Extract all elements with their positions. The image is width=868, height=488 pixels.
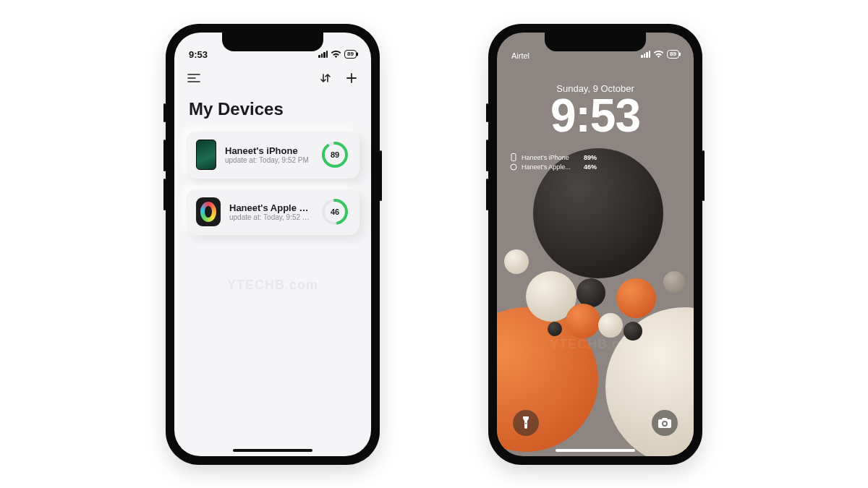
add-icon[interactable] xyxy=(344,70,359,86)
device-name: Haneet's iPhone xyxy=(225,145,312,156)
widget-row: Haneet's Apple... 46% xyxy=(510,163,597,171)
device-card[interactable]: Haneet's Apple Wat... update at: Today, … xyxy=(186,189,359,235)
svg-rect-4 xyxy=(511,154,516,161)
watch-icon xyxy=(196,197,221,226)
carrier-label: Airtel xyxy=(511,51,529,60)
lock-time: 9:53 xyxy=(497,92,694,140)
notch xyxy=(545,33,646,51)
cellular-icon xyxy=(318,51,328,58)
page-title: My Devices xyxy=(189,99,357,119)
battery-icon: 89 xyxy=(667,50,679,59)
battery-percent: 46 xyxy=(320,197,349,226)
app-screen: 9:53 89 xyxy=(174,33,371,456)
menu-icon[interactable] xyxy=(186,70,202,86)
home-indicator[interactable] xyxy=(233,449,312,452)
wifi-icon xyxy=(653,49,664,60)
camera-button[interactable] xyxy=(652,410,678,436)
svg-point-5 xyxy=(511,164,516,170)
device-updated: update at: Today, 9:52 PM xyxy=(225,156,312,164)
battery-ring: 46 xyxy=(320,197,349,226)
device-name: Haneet's Apple Wat... xyxy=(229,202,312,213)
status-time: 9:53 xyxy=(189,49,208,60)
phone-right: Airtel 89 xyxy=(488,24,702,465)
cellular-icon xyxy=(641,51,650,58)
flashlight-button[interactable] xyxy=(513,410,539,436)
sort-icon[interactable] xyxy=(318,70,333,86)
toolbar xyxy=(186,70,359,86)
battery-widget[interactable]: Haneet's iPhone 89% Haneet's Apple... 46… xyxy=(510,154,597,173)
wifi-icon xyxy=(331,49,341,60)
notch xyxy=(222,33,323,51)
watch-glyph-icon xyxy=(510,163,517,171)
device-card[interactable]: Haneet's iPhone update at: Today, 9:52 P… xyxy=(186,131,359,179)
iphone-icon xyxy=(196,140,216,170)
widget-row: Haneet's iPhone 89% xyxy=(510,154,597,161)
home-indicator[interactable] xyxy=(556,449,635,452)
battery-icon: 89 xyxy=(344,50,357,59)
iphone-glyph-icon xyxy=(510,154,517,161)
phone-left: 9:53 89 xyxy=(166,24,380,465)
battery-ring: 89 xyxy=(320,140,349,169)
battery-percent: 89 xyxy=(320,140,349,169)
device-updated: update at: Today, 9:52 PM xyxy=(229,213,312,221)
watermark: YTECHB.com xyxy=(174,278,371,293)
lock-screen: Airtel 89 xyxy=(497,33,694,456)
